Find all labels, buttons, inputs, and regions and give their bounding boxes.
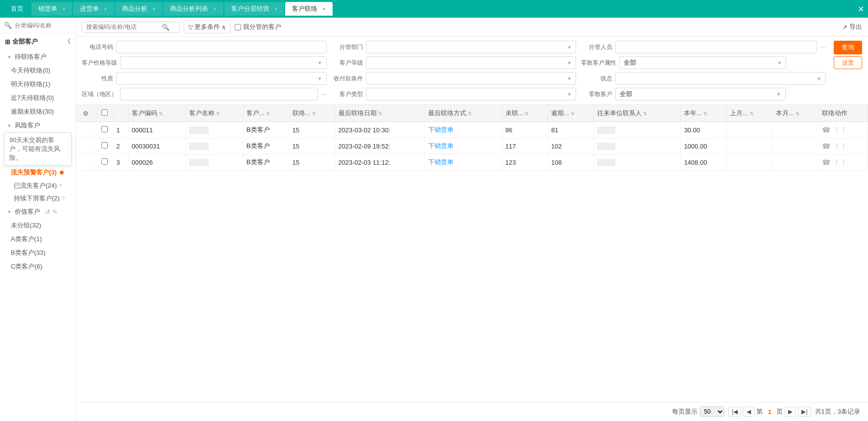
more-action-icon-1[interactable]: ⋮⋮	[833, 142, 847, 150]
cell-unit-contact-1	[594, 138, 681, 154]
this-month-sort-icon[interactable]: ⇅	[796, 111, 799, 116]
zero-attr-select[interactable]: 全部 ▼	[619, 56, 786, 69]
page-next-btn[interactable]: ▶	[785, 407, 796, 417]
collapse-icon[interactable]: 《	[64, 37, 71, 46]
page-first-btn[interactable]: |◀	[728, 407, 741, 417]
export-btn[interactable]: ↗ 导出	[842, 23, 862, 31]
filter-row-2: 客户价格等级 ▼ 客户等级 ▼	[82, 56, 826, 69]
last-method-link-2[interactable]: 下销货单	[428, 158, 454, 166]
window-close-icon[interactable]: ✕	[858, 4, 864, 14]
contact-action-icon-1[interactable]: ☎	[822, 142, 830, 150]
row-checkbox-0[interactable]	[101, 126, 108, 132]
tab-analysis-list[interactable]: 商品分析列表 ×	[163, 2, 223, 16]
sidebar-item-declining-label: 持续下滑客户(2)	[14, 194, 60, 203]
contact-action-icon-0[interactable]: ☎	[822, 126, 830, 134]
sidebar-item-ungrouped[interactable]: 未分组(32)	[0, 219, 75, 232]
customer-level-select[interactable]: ▼	[366, 56, 577, 69]
settings-gear-icon[interactable]: ⚙	[83, 110, 89, 117]
tab-customer-segment[interactable]: 客户分层经营 ×	[224, 2, 284, 16]
sidebar-item-churn-warning[interactable]: 流失预警客户(3)	[0, 166, 75, 179]
tab-analysis-list-close[interactable]: ×	[213, 6, 216, 12]
gender-select[interactable]: ▼	[116, 72, 327, 85]
my-customers-wrap[interactable]: 我分管的客户	[235, 23, 281, 31]
payment-select[interactable]: ▼	[366, 72, 577, 85]
type-sort-icon[interactable]: ⇅	[266, 111, 270, 116]
person-input[interactable]	[615, 41, 817, 53]
sidebar-item-b-class[interactable]: B类客户(33)	[0, 246, 75, 260]
per-page-select[interactable]: 50 100 200	[699, 406, 724, 417]
tab-sales-close[interactable]: ×	[62, 6, 65, 12]
filter-row-4: 区域（地区） ··· 客户类型 ▼ 零散客户	[82, 88, 826, 100]
this-year-sort-icon[interactable]: ⇅	[703, 111, 707, 116]
risk-group[interactable]: ▼ 风险客户	[0, 119, 75, 132]
region-more-icon[interactable]: ···	[321, 90, 327, 98]
sidebar-search-input[interactable]	[15, 22, 76, 29]
search-input[interactable]	[86, 24, 160, 30]
tab-customer-contact-close[interactable]: ×	[322, 6, 325, 12]
help-icon[interactable]: ?	[59, 183, 62, 189]
sidebar-item-7days[interactable]: 近7天待联络(0)	[0, 91, 75, 105]
code-sort-icon[interactable]: ⇅	[159, 111, 163, 116]
overdue-sort-icon[interactable]: ⇅	[571, 111, 575, 116]
customer-type-select[interactable]: ▼	[366, 88, 577, 100]
sidebar-item-declining[interactable]: 持续下滑客户(2) ?	[0, 192, 75, 205]
tab-customer-segment-close[interactable]: ×	[274, 6, 277, 12]
zero-customer-select[interactable]: 全部 ▼	[615, 88, 785, 100]
name-sort-icon[interactable]: ⇅	[216, 111, 220, 116]
last-month-sort-icon[interactable]: ⇅	[749, 111, 753, 116]
all-customers-header[interactable]: ⊞ 全部客户 《	[0, 33, 75, 50]
tab-analysis[interactable]: 商品分析 ×	[115, 2, 162, 16]
th-last-method-label: 最后联络方式	[428, 109, 466, 118]
tab-sales[interactable]: 销货单 ×	[31, 2, 72, 16]
sidebar-item-tomorrow[interactable]: 明天待联络(1)	[0, 77, 75, 91]
price-level-select[interactable]: ▼	[120, 56, 327, 69]
settings-button[interactable]: 设置	[834, 56, 862, 69]
row-checkbox-1[interactable]	[101, 142, 108, 149]
page-prev-btn[interactable]: ◀	[743, 407, 754, 417]
sidebar-item-overdue[interactable]: 逾期未联络(30)	[0, 105, 75, 119]
sidebar-item-today[interactable]: 今天待联络(0)	[0, 64, 75, 77]
unit-contact-sort-icon[interactable]: ⇅	[643, 111, 647, 116]
contact-sort-icon[interactable]: ⇅	[312, 111, 316, 116]
select-all-checkbox[interactable]	[101, 109, 108, 116]
tab-analysis-close[interactable]: ×	[152, 6, 155, 12]
person-more-icon[interactable]: ···	[820, 43, 826, 51]
tab-purchase-close[interactable]: ×	[104, 6, 107, 12]
last-method-link-0[interactable]: 下销货单	[428, 126, 454, 133]
sidebar-item-a-class[interactable]: A类客户(1)	[0, 232, 75, 246]
toolbar-search-icon[interactable]: 🔍	[162, 24, 169, 31]
blurred-unit-0	[597, 126, 615, 134]
status-select[interactable]: ▼	[615, 72, 826, 85]
tab-purchase-label: 进货单	[80, 4, 99, 13]
tab-home[interactable]: 首页	[4, 2, 30, 16]
page-last-btn[interactable]: ▶|	[798, 407, 811, 417]
more-conditions-btn[interactable]: ▽ 更多条件 ∧	[184, 21, 231, 33]
tab-purchase[interactable]: 进货单 ×	[73, 2, 114, 16]
region-input[interactable]	[120, 88, 318, 100]
row-checkbox-2[interactable]	[101, 158, 108, 165]
query-button[interactable]: 查询	[834, 41, 862, 54]
edit-icon[interactable]: ✎	[52, 208, 58, 216]
last-date-sort-icon[interactable]: ⇅	[378, 111, 382, 116]
last-method-link-1[interactable]: 下销货单	[428, 142, 454, 149]
pending-group-label: 待联络客户	[15, 52, 47, 61]
sidebar-item-churned[interactable]: 已流失客户(24) ?	[0, 179, 75, 192]
more-action-icon-2[interactable]: ⋮⋮	[833, 158, 847, 166]
pending-group[interactable]: ▼ 待联络客户	[0, 50, 75, 64]
page-label-post: 页	[776, 407, 783, 416]
more-action-icon-0[interactable]: ⋮⋮	[833, 126, 847, 134]
phone-input[interactable]	[116, 41, 327, 53]
tab-customer-contact[interactable]: 客户联络 ×	[285, 2, 332, 16]
sidebar-item-c-class[interactable]: C类客户(6)	[0, 260, 75, 273]
contact-action-icon-2[interactable]: ☎	[822, 158, 830, 166]
cell-last-date-2: 2023-02-03 11:12:	[335, 154, 425, 171]
dept-select[interactable]: ▼	[366, 41, 577, 53]
value-group[interactable]: ▼ 价值客户 ↺ ✎	[0, 205, 75, 219]
refresh-icon[interactable]: ↺	[45, 208, 50, 216]
my-customers-checkbox[interactable]	[235, 24, 241, 30]
last-method-sort-icon[interactable]: ⇅	[468, 111, 472, 116]
cell-index-1: 2	[113, 138, 128, 154]
th-checkbox	[96, 105, 113, 122]
declining-help-icon[interactable]: ?	[62, 196, 65, 201]
uncontacted-sort-icon[interactable]: ⇅	[525, 111, 529, 116]
